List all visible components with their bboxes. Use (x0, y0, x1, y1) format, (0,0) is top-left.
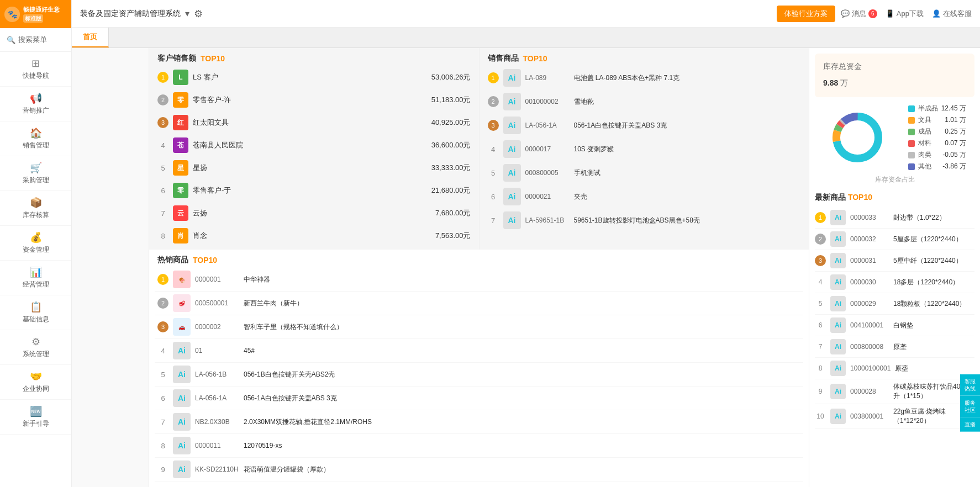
product-code: 0000001 (195, 276, 239, 283)
settings-button[interactable]: ⚙ (194, 8, 203, 20)
notification-icon: 💬 (841, 9, 850, 18)
list-item: 5 Ai LA-056-1B 056-1B白色按键开关壳ABS2壳 (155, 363, 803, 387)
hot-products-title: 热销商品 (157, 255, 188, 265)
sidebar-item-sales-label: 销售管理 (23, 141, 49, 150)
legend-name: 其他 (918, 162, 940, 171)
product-name: 45# (244, 347, 800, 354)
avatar: 星 (173, 160, 188, 176)
list-item: 1 Ai LA-089 电池盖 LA-089 ABS本色+黑种 7.1克 (485, 66, 804, 90)
search-menu-button[interactable]: 🔍 搜索菜单 (4, 33, 67, 47)
cooperation-icon: 🤝 (30, 370, 42, 383)
product-code: LA-056-1B (195, 370, 239, 378)
sidebar-item-inventory[interactable]: 📦 库存核算 (0, 191, 71, 226)
sidebar-item-basic[interactable]: 📋 基础信息 (0, 295, 71, 330)
list-item: 1 Ai 0000033 封边带（1.0*22） (815, 207, 974, 229)
product-thumb: 🍖 (173, 271, 191, 288)
left-panel (72, 48, 149, 487)
customer-name: 云扬 (193, 208, 431, 218)
legend-value: 1.01 万 (945, 115, 966, 125)
content-area: 客户销售额 TOP10 1 L LS 客户 53,006.26元 2 零 (72, 48, 980, 487)
app-download-icon: 📱 (886, 9, 894, 18)
legend-value: -0.05 万 (942, 150, 966, 160)
customer-service-button[interactable]: 客服热线 (960, 374, 980, 396)
basic-icon: 📋 (30, 301, 42, 313)
trial-button[interactable]: 体验行业方案 (777, 6, 835, 22)
live-button[interactable]: 直播 (960, 417, 980, 432)
sidebar-item-marketing[interactable]: 📢 营销推广 (0, 87, 71, 121)
newest-name: 原垄 (893, 342, 974, 352)
legend-color-finished (908, 129, 915, 135)
sidebar-item-finance[interactable]: 💰 资金管理 (0, 226, 71, 261)
tab-home[interactable]: 首页 (72, 28, 109, 47)
sidebar-item-operation[interactable]: 📊 经营管理 (0, 261, 71, 295)
product-thumb: Ai (503, 211, 521, 229)
online-service-icon: 👤 (932, 9, 941, 18)
legend-name: 材料 (918, 139, 942, 148)
main-area: 装备及固定资产辅助管理系统 ▾ ⚙ 体验行业方案 💬 消息 6 📱 App下载 … (72, 0, 980, 487)
notification-label: 消息 (852, 9, 866, 19)
list-item: 3 🚗 0000002 智利车子里（规格不知道填什么） (155, 315, 803, 339)
product-code: 0000002 (195, 323, 239, 331)
newest-thumb: Ai (830, 231, 846, 247)
community-button[interactable]: 服务社区 (960, 396, 980, 417)
system-dropdown-button[interactable]: ▾ (185, 8, 189, 19)
newest-name: 封边带（1.0*22） (893, 213, 974, 223)
sidebar-item-cooperation-label: 企业协同 (23, 384, 49, 394)
list-item: 9 Ai KK-SD22110H 花语萌值温分罐罐袋（厚款） (155, 458, 803, 481)
newest-code: 0000033 (850, 214, 889, 221)
notification-item[interactable]: 💬 消息 6 (841, 9, 877, 19)
customer-name: 星扬 (193, 163, 427, 173)
inventory-card: 库存总资金 9.88 万 (815, 54, 974, 97)
rank-1: 1 (157, 72, 168, 83)
sidebar-item-cooperation[interactable]: 🤝 企业协同 (0, 365, 71, 400)
newest-thumb: Ai (830, 361, 846, 376)
sp-rank-5: 5 (488, 169, 499, 177)
table-row: 7 云 云扬 7,680.00元 (155, 202, 473, 225)
np-rank-10: 10 (815, 412, 826, 420)
app-download-item[interactable]: 📱 App下载 (886, 9, 924, 19)
customer-rank-list: 1 L LS 客户 53,006.26元 2 零 零售客户-许 51,183.0… (149, 66, 479, 250)
sidebar-item-sales[interactable]: 🏠 销售管理 (0, 121, 71, 156)
table-row: 5 星 星扬 33,333.00元 (155, 157, 473, 179)
list-item: 7 Ai 000800008 原垄 (815, 336, 974, 358)
sp-rank-6: 6 (488, 193, 499, 201)
newest-thumb: Ai (830, 296, 846, 311)
legend-color-stationery (908, 117, 915, 124)
sidebar-item-system[interactable]: ⚙ 系统管理 (0, 330, 71, 365)
newest-code: 0000032 (850, 235, 889, 243)
online-service-item[interactable]: 👤 在线客服 (932, 9, 972, 19)
product-thumb: Ai (503, 93, 521, 110)
newest-thumb: Ai (830, 253, 846, 268)
avatar: 肖 (173, 228, 188, 244)
product-name: 59651-1B旋转投影灯电池盒ABS黑色+58壳 (574, 216, 801, 225)
sidebar-item-system-label: 系统管理 (23, 350, 49, 359)
np-rank-4: 4 (815, 278, 826, 286)
product-name: 056-1A白色按键开关盖ABS 3克 (574, 121, 801, 130)
avatar: 零 (173, 183, 188, 198)
newest-code: 0000030 (850, 278, 889, 286)
inventory-amount: 9.88 (823, 75, 838, 89)
rank-3: 3 (157, 117, 168, 128)
product-thumb: Ai (173, 437, 191, 454)
quicknav-icon: ⊞ (31, 57, 40, 70)
sp-rank-7: 7 (488, 216, 499, 225)
hp-rank-1: 1 (157, 274, 168, 285)
list-item: 8 Ai 0000011 12070519-xs (155, 434, 803, 458)
legend-color-semifinished (908, 105, 915, 112)
sidebar-item-guide[interactable]: 🆕 新手引导 (0, 400, 71, 435)
legend-item: 材料 0.07 万 (908, 137, 966, 149)
sidebar-item-quicknav[interactable]: ⊞ 快捷导航 (0, 52, 71, 87)
product-code: 0000021 (525, 193, 570, 200)
right-panel: 库存总资金 9.88 万 (809, 48, 980, 487)
sidebar-item-purchase[interactable]: 🛒 采购管理 (0, 156, 71, 191)
customer-name: 红太阳文具 (193, 118, 427, 128)
table-row: 3 红 红太阳文具 40,925.00元 (155, 112, 473, 134)
hot-products-header: 热销商品 TOP10 (149, 250, 809, 268)
table-row: 1 L LS 客户 53,006.26元 (155, 66, 473, 89)
svg-point-6 (842, 122, 873, 153)
legend-value: 0.25 万 (945, 127, 966, 136)
product-thumb: 🚗 (173, 318, 191, 336)
sidebar-nav: ⊞ 快捷导航 📢 营销推广 🏠 销售管理 🛒 采购管理 📦 库存核算 💰 资金管… (0, 52, 71, 487)
list-item: 10 Ai 003800001 22g鱼豆腐·烧烤味（1*12*20） (815, 404, 974, 429)
inventory-unit: 万 (840, 78, 848, 88)
